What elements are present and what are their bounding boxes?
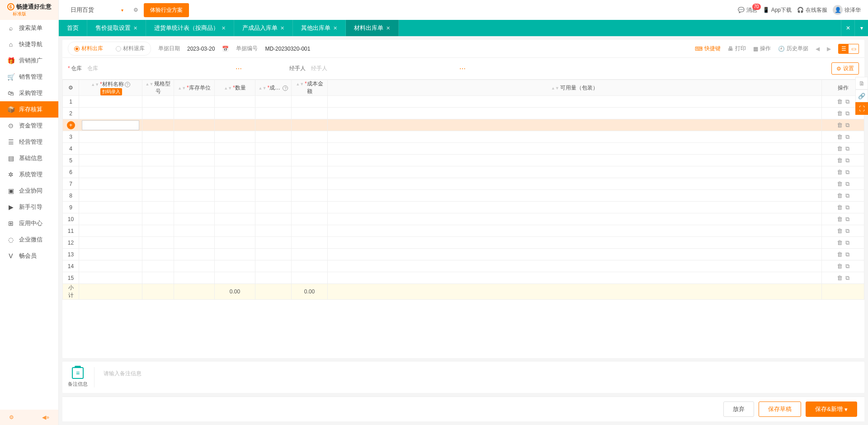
th-gear[interactable]: ⚙ (63, 80, 79, 96)
table-row[interactable]: 14🗑⧉ (63, 260, 864, 272)
row-delete-icon[interactable]: 🗑 (837, 98, 843, 105)
row-delete-icon[interactable]: 🗑 (837, 133, 843, 140)
scan-tag[interactable]: 扫码录入 (100, 88, 122, 95)
row-copy-icon[interactable]: ⧉ (845, 98, 849, 105)
save-draft-button[interactable]: 保存草稿 (759, 401, 801, 417)
next-doc-icon[interactable]: ▶ (827, 46, 831, 52)
sidebar-item[interactable]: 📦库存核算 (0, 101, 58, 118)
sidebar-item[interactable]: ⊙资金管理 (0, 118, 58, 134)
sidebar-item[interactable]: ⌂快捷导航 (0, 36, 58, 52)
th-unit[interactable]: ▲▼*库存单位 (174, 80, 215, 96)
row-copy-icon[interactable]: ⧉ (845, 157, 849, 164)
table-row[interactable]: 4🗑⧉ (63, 143, 864, 155)
sidebar-item[interactable]: ☰经营管理 (0, 134, 58, 150)
tab-close-icon[interactable]: ✕ (133, 25, 137, 31)
rail-link-icon[interactable]: 🔗 (855, 90, 868, 102)
tab-close-icon[interactable]: ✕ (280, 25, 284, 31)
shortcut-button[interactable]: ⌨快捷键 (695, 45, 721, 52)
help-icon[interactable]: ? (283, 85, 288, 91)
tab[interactable]: 售价提取设置✕ (87, 20, 146, 36)
radio-material-out[interactable]: 材料出库 (70, 43, 108, 54)
sidebar-item[interactable]: 🛒销售管理 (0, 69, 58, 85)
table-row[interactable]: 15🗑⧉ (63, 272, 864, 284)
row-delete-icon[interactable]: 🗑 (837, 180, 843, 187)
save-new-button[interactable]: 保存&新增▾ (806, 401, 857, 417)
sidebar-item[interactable]: ✲系统管理 (0, 166, 58, 183)
row-copy-icon[interactable]: ⧉ (845, 145, 849, 152)
row-copy-icon[interactable]: ⧉ (845, 263, 849, 269)
row-delete-icon[interactable]: 🗑 (837, 110, 843, 117)
table-row[interactable]: 6🗑⧉ (63, 166, 864, 178)
sidebar-item[interactable]: ▤基础信息 (0, 150, 58, 166)
tab[interactable]: 首页 (59, 20, 87, 36)
row-copy-icon[interactable]: ⧉ (845, 133, 849, 140)
th-spec[interactable]: ▲▼规格型号 (142, 80, 174, 96)
sidebar-item[interactable]: ◌企业微信 (0, 231, 58, 248)
row-copy-icon[interactable]: ⧉ (845, 239, 849, 246)
sidebar-item[interactable]: ▣企业协同 (0, 183, 58, 199)
tab[interactable]: 产成品入库单✕ (234, 20, 293, 36)
row-copy-icon[interactable]: ⧉ (845, 227, 849, 234)
row-delete-icon[interactable]: 🗑 (837, 192, 843, 199)
row-delete-icon[interactable]: 🗑 (837, 122, 843, 128)
row-copy-icon[interactable]: ⧉ (845, 110, 849, 117)
row-delete-icon[interactable]: 🗑 (837, 216, 843, 222)
table-row[interactable]: 2🗑⧉ (63, 108, 864, 119)
material-input[interactable] (82, 120, 139, 130)
sidebar-item[interactable]: ⊞应用中心 (0, 215, 58, 231)
prev-doc-icon[interactable]: ◀ (816, 46, 820, 52)
sidebar-item[interactable]: V畅会员 (0, 248, 58, 264)
tab-close-icon[interactable]: ✕ (222, 25, 226, 31)
row-copy-icon[interactable]: ⧉ (845, 274, 849, 281)
row-delete-icon[interactable]: 🗑 (837, 204, 843, 211)
table-row[interactable]: 10🗑⧉ (63, 213, 864, 225)
bill-date-value[interactable]: 2023-03-20 (187, 46, 215, 52)
print-button[interactable]: 🖶打印 (728, 45, 746, 52)
th-cost[interactable]: ▲▼*成… ? (255, 80, 292, 96)
sidebar-item[interactable]: 🛍采购管理 (0, 85, 58, 101)
radio-material-return[interactable]: 材料退库 (111, 43, 149, 54)
tab-close-all[interactable]: ✕ (841, 20, 854, 36)
help-icon[interactable]: ? (125, 82, 130, 87)
row-copy-icon[interactable]: ⧉ (845, 122, 849, 128)
tab[interactable]: 进货单统计表（按商品）✕ (146, 20, 234, 36)
handler-picker-icon[interactable]: ⋯ (459, 65, 466, 72)
warehouse-input[interactable] (86, 63, 231, 74)
handler-input[interactable] (310, 63, 455, 74)
table-row[interactable]: 13🗑⧉ (63, 249, 864, 260)
app-download-link[interactable]: 📱 App下载 (763, 6, 792, 14)
row-copy-icon[interactable]: ⧉ (845, 180, 849, 187)
table-row[interactable]: 5🗑⧉ (63, 155, 864, 166)
warehouse-picker-icon[interactable]: ⋯ (236, 65, 242, 72)
table-row[interactable]: 12🗑⧉ (63, 237, 864, 249)
row-delete-icon[interactable]: 🗑 (837, 263, 843, 269)
th-qty[interactable]: ▲▼*数量 (215, 80, 255, 96)
row-copy-icon[interactable]: ⧉ (845, 192, 849, 199)
table-row[interactable]: +🗑⧉ (63, 119, 864, 131)
footer-collapse-icon[interactable]: ◀» (42, 414, 49, 420)
table-row[interactable]: 11🗑⧉ (63, 225, 864, 237)
sidebar-item[interactable]: ⌕搜索菜单 (0, 20, 58, 36)
tab-close-icon[interactable]: ✕ (386, 25, 390, 31)
table-row[interactable]: 9🗑⧉ (63, 202, 864, 213)
table-row[interactable]: 7🗑⧉ (63, 178, 864, 190)
footer-gear-icon[interactable]: ⚙ (9, 414, 14, 420)
tab-more[interactable]: ▾ (854, 20, 868, 36)
tab-close-icon[interactable]: ✕ (333, 25, 337, 31)
user-menu[interactable]: 👤 徐泽华 (833, 5, 861, 15)
settings-button[interactable]: ⚙设置 (831, 62, 859, 75)
th-material[interactable]: ▲▼*材料名称? 扫码录入 (79, 80, 142, 96)
table-row[interactable]: 8🗑⧉ (63, 190, 864, 202)
remarks-input[interactable] (101, 367, 859, 385)
add-row-icon[interactable]: + (67, 121, 75, 129)
shop-selector[interactable]: 日用百货 ▾ (66, 4, 128, 16)
row-copy-icon[interactable]: ⧉ (845, 169, 849, 175)
row-delete-icon[interactable]: 🗑 (837, 239, 843, 246)
table-row[interactable]: 3🗑⧉ (63, 131, 864, 143)
tab[interactable]: 其他出库单✕ (293, 20, 346, 36)
row-delete-icon[interactable]: 🗑 (837, 274, 843, 281)
calendar-icon[interactable]: 📅 (222, 46, 229, 52)
row-delete-icon[interactable]: 🗑 (837, 227, 843, 234)
operate-button[interactable]: ▦操作 (753, 45, 771, 52)
experience-button[interactable]: 体验行业方案 (144, 3, 189, 17)
